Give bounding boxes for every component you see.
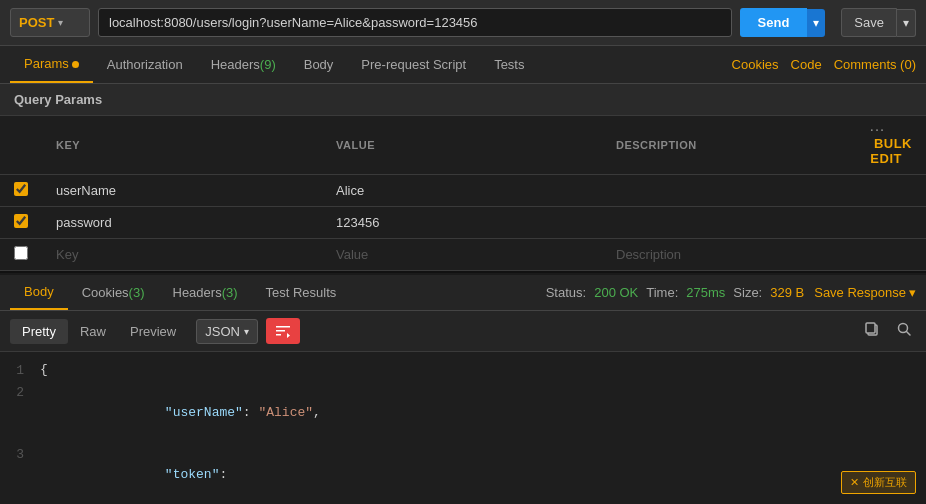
tab-tests[interactable]: Tests (480, 47, 538, 82)
row1-actions (856, 175, 926, 207)
tab-prerequest[interactable]: Pre-request Script (347, 47, 480, 82)
svg-rect-1 (866, 323, 875, 333)
time-label: Time: (646, 285, 678, 300)
line-num-3: 3 (0, 444, 40, 466)
row3-key-placeholder[interactable]: Key (42, 239, 322, 271)
wrap-button[interactable] (266, 318, 300, 344)
save-response-button[interactable]: Save Response ▾ (814, 285, 916, 300)
request-tab-bar: Params Authorization Headers(9) Body Pre… (0, 46, 926, 84)
line-content-2: "userName": "Alice", (40, 382, 926, 444)
row2-desc[interactable] (602, 207, 856, 239)
cookies-count-badge: (3) (129, 285, 145, 300)
row3-value-placeholder[interactable]: Value (322, 239, 602, 271)
main-layout: Params Authorization Headers(9) Body Pre… (0, 46, 926, 493)
json-content-area: 1 { 2 "userName": "Alice", 3 "token": (0, 352, 926, 504)
tab-authorization[interactable]: Authorization (93, 47, 197, 82)
view-tab-raw[interactable]: Raw (68, 319, 118, 344)
row2-checkbox[interactable] (14, 214, 28, 228)
comments-link[interactable]: Comments (0) (834, 57, 916, 72)
btab-body[interactable]: Body (10, 275, 68, 310)
row3-desc-placeholder[interactable]: Description (602, 239, 856, 271)
status-label: Status: (546, 285, 586, 300)
tab-params[interactable]: Params (10, 46, 93, 83)
json-line-1: 1 { (0, 360, 926, 382)
row1-desc[interactable] (602, 175, 856, 207)
top-section: Params Authorization Headers(9) Body Pre… (0, 46, 926, 273)
row1-checkbox[interactable] (14, 182, 28, 196)
time-value: 275ms (686, 285, 725, 300)
watermark-text: 创新互联 (863, 475, 907, 490)
tab-headers[interactable]: Headers(9) (197, 47, 290, 82)
code-link[interactable]: Code (791, 57, 822, 72)
method-arrow-icon: ▾ (58, 17, 63, 28)
watermark: ✕ 创新互联 (841, 471, 916, 494)
tab-bar-right: Cookies Code Comments (0) (732, 57, 916, 72)
line-num-1: 1 (0, 360, 40, 382)
row2-value[interactable]: 123456 (322, 207, 602, 239)
view-format-tabs: Pretty Raw Preview JSON ▾ (0, 311, 926, 352)
row2-checkbox-cell (0, 207, 42, 239)
params-dot (72, 61, 79, 68)
btab-test-results[interactable]: Test Results (252, 276, 351, 309)
view-tabs-actions (860, 317, 916, 345)
format-arrow-icon: ▾ (244, 326, 249, 337)
copy-icon (864, 321, 880, 337)
search-icon (896, 321, 912, 337)
size-label: Size: (733, 285, 762, 300)
svg-line-3 (907, 332, 911, 336)
save-dropdown-button[interactable]: ▾ (897, 9, 916, 37)
send-button[interactable]: Send (740, 8, 808, 37)
view-tab-preview[interactable]: Preview (118, 319, 188, 344)
cookies-link[interactable]: Cookies (732, 57, 779, 72)
status-value: 200 OK (594, 285, 638, 300)
url-bar: POST ▾ Send ▾ Save ▾ (0, 0, 926, 46)
copy-button[interactable] (860, 317, 884, 345)
json-line-2: 2 "userName": "Alice", (0, 382, 926, 444)
size-value: 329 B (770, 285, 804, 300)
response-tab-bar: Body Cookies(3) Headers(3) Test Results … (0, 273, 926, 311)
response-tab-bar-right: Status: 200 OK Time: 275ms Size: 329 B S… (546, 285, 916, 300)
wrap-icon (275, 323, 291, 339)
three-dots-icon[interactable]: ··· (870, 124, 885, 136)
row3-checkbox-cell (0, 239, 42, 271)
json-line-3: 3 "token": (0, 444, 926, 504)
btab-headers[interactable]: Headers(3) (159, 276, 252, 309)
line-num-2: 2 (0, 382, 40, 404)
json-val-username: "Alice" (258, 405, 313, 420)
send-btn-group: Send ▾ (740, 8, 826, 37)
row2-key[interactable]: password (42, 207, 322, 239)
method-selector[interactable]: POST ▾ (10, 8, 90, 37)
row3-checkbox[interactable] (14, 246, 28, 260)
send-dropdown-button[interactable]: ▾ (807, 9, 825, 37)
format-selector[interactable]: JSON ▾ (196, 319, 258, 344)
save-button[interactable]: Save (841, 8, 897, 37)
save-btn-group: Save ▾ (841, 8, 916, 37)
btab-cookies[interactable]: Cookies(3) (68, 276, 159, 309)
view-tab-pretty[interactable]: Pretty (10, 319, 68, 344)
response-status-info: Status: 200 OK Time: 275ms Size: 329 B (546, 285, 805, 300)
url-input[interactable] (98, 8, 732, 37)
resp-headers-badge: (3) (222, 285, 238, 300)
response-body-viewer: Pretty Raw Preview JSON ▾ (0, 311, 926, 504)
bulk-edit-link[interactable]: Bulk Edit (870, 136, 912, 166)
headers-badge: (9) (260, 57, 276, 72)
tab-body[interactable]: Body (290, 47, 348, 82)
line-content-3: "token": (40, 444, 926, 504)
json-output: 1 { 2 "userName": "Alice", 3 "token": (0, 352, 926, 504)
params-table: KEY VALUE DESCRIPTION ··· Bulk Edit user… (0, 116, 926, 271)
row1-value[interactable]: Alice (322, 175, 602, 207)
json-key-username: "userName" (165, 405, 243, 420)
search-button[interactable] (892, 317, 916, 345)
col-actions-header: ··· Bulk Edit (856, 116, 926, 175)
row1-key[interactable]: userName (42, 175, 322, 207)
table-row: password 123456 (0, 207, 926, 239)
response-tab-bar-left: Body Cookies(3) Headers(3) Test Results (10, 275, 546, 310)
tab-bar-left: Params Authorization Headers(9) Body Pre… (10, 46, 732, 83)
table-row-empty: Key Value Description (0, 239, 926, 271)
save-response-arrow-icon: ▾ (909, 285, 916, 300)
col-key-header: KEY (42, 116, 322, 175)
watermark-icon: ✕ (850, 476, 859, 489)
line-content-1: { (40, 360, 926, 381)
method-label: POST (19, 15, 54, 30)
query-params-header: Query Params (0, 84, 926, 116)
